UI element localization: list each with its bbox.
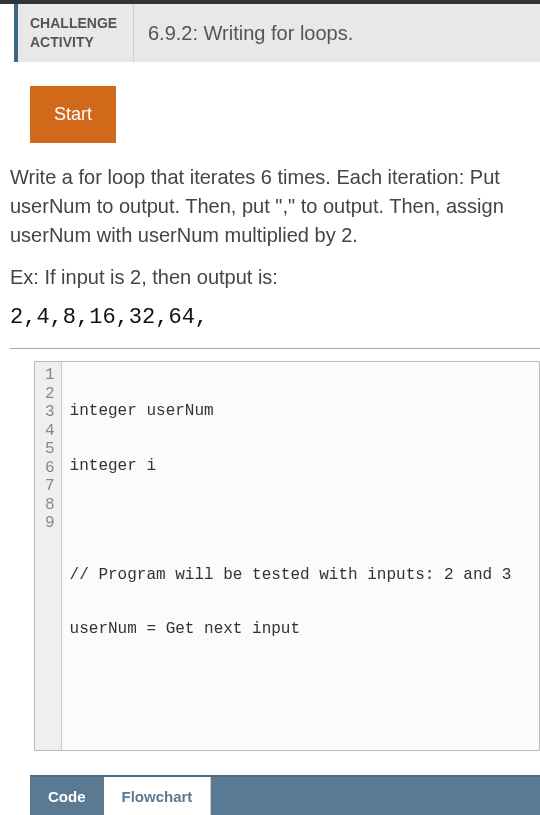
code-line[interactable] xyxy=(70,675,531,694)
challenge-label-line2: ACTIVITY xyxy=(30,33,125,52)
code-line[interactable] xyxy=(70,729,531,748)
tab-flowchart[interactable]: Flowchart xyxy=(104,777,212,815)
code-content[interactable]: integer userNum integer i // Program wil… xyxy=(62,362,539,750)
example-label: Ex: If input is 2, then output is: xyxy=(10,266,540,289)
line-number: 3 xyxy=(45,403,55,422)
activity-header: CHALLENGE ACTIVITY 6.9.2: Writing for lo… xyxy=(14,4,540,62)
code-line[interactable] xyxy=(70,511,531,530)
example-output: 2,4,8,16,32,64, xyxy=(10,305,540,349)
line-number: 9 xyxy=(45,514,55,533)
editor-tab-row: Code Flowchart xyxy=(30,775,540,815)
line-number: 7 xyxy=(45,477,55,496)
line-number: 1 xyxy=(45,366,55,385)
challenge-label-line1: CHALLENGE xyxy=(30,14,125,33)
tab-code[interactable]: Code xyxy=(30,777,104,815)
code-line[interactable]: userNum = Get next input xyxy=(70,620,531,639)
activity-title: 6.9.2: Writing for loops. xyxy=(134,4,540,62)
code-line[interactable]: // Program will be tested with inputs: 2… xyxy=(70,566,531,585)
line-number: 6 xyxy=(45,459,55,478)
line-number-gutter: 1 2 3 4 5 6 7 8 9 xyxy=(35,362,62,750)
line-number: 2 xyxy=(45,385,55,404)
code-line[interactable]: integer i xyxy=(70,457,531,476)
instructions-text: Write a for loop that iterates 6 times. … xyxy=(10,163,540,250)
content-area: Start Write a for loop that iterates 6 t… xyxy=(0,62,540,751)
line-number: 5 xyxy=(45,440,55,459)
code-line[interactable]: integer userNum xyxy=(70,402,531,421)
start-button[interactable]: Start xyxy=(30,86,116,143)
challenge-activity-label: CHALLENGE ACTIVITY xyxy=(18,4,134,62)
code-editor[interactable]: 1 2 3 4 5 6 7 8 9 integer userNum intege… xyxy=(34,361,540,751)
line-number: 4 xyxy=(45,422,55,441)
line-number: 8 xyxy=(45,496,55,515)
